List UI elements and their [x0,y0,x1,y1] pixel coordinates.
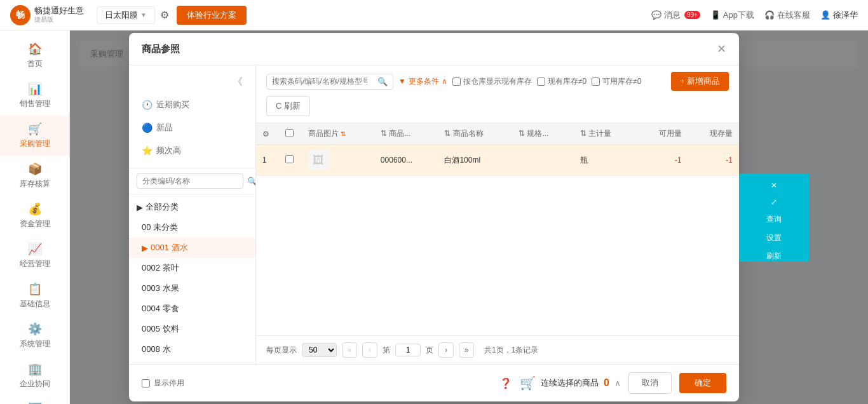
last-page-button[interactable]: » [459,342,474,358]
show-disabled-checkbox[interactable]: 显示停用 [142,378,184,389]
col-name[interactable]: ⇅ 商品名称 [438,123,512,145]
sidebar-item-inventory[interactable]: 📦 库存核算 [0,156,69,196]
category-item-0001[interactable]: ▶ 0001 酒水 [129,238,255,258]
row-checkbox[interactable] [285,155,294,163]
checkbox-stock-not-zero[interactable]: 现有库存≠0 [537,76,587,87]
checkbox-available-not-zero[interactable]: 可用库存≠0 [592,76,641,87]
category-item-00[interactable]: 00 未分类 [129,217,255,238]
nav-message[interactable]: 💬 消息 99+ [651,10,700,21]
sidebar-item-operations[interactable]: 📈 经营管理 [0,236,69,276]
category-item-0003[interactable]: 0003 水果 [129,278,255,299]
page-unit-label: 页 [426,345,433,356]
category-label-0001: 0001 酒水 [151,242,188,253]
sidebar-item-system[interactable]: ⚙️ 系统管理 [0,316,69,356]
prev-page-button[interactable]: ‹ [362,342,377,358]
cancel-button[interactable]: 取消 [628,372,672,394]
top-nav: 畅 畅捷通好生意 捷易版 日太阳膜 ▼ ⚙ 体验行业方案 💬 消息 99+ 📱 … [0,0,868,30]
col-stock[interactable]: 现存量 [688,123,739,145]
col-image[interactable]: 商品图片 ⇅ [302,123,374,145]
row-checkbox-cell[interactable] [279,145,302,176]
modal-right-panel: 🔍 ▼ 更多条件 ∧ 按仓库显示现有库存 [256,65,739,364]
quick-label-new: 新品 [156,122,173,133]
col-code[interactable]: ⇅ 商品... [374,123,438,145]
category-item-0005[interactable]: 0005 饮料 [129,319,255,339]
category-label-00: 00 未分类 [142,222,178,233]
product-search-icon[interactable]: 🔍 [372,74,393,89]
sidebar-label-operations: 经营管理 [20,259,50,269]
more-filter-button[interactable]: ▼ 更多条件 ∧ [398,76,447,87]
store-selector[interactable]: 日太阳膜 ▼ [97,6,155,24]
nav-user[interactable]: 👤 徐泽华 [820,10,858,21]
category-search-input[interactable] [137,173,243,189]
product-table: ⚙ 商品图片 ⇅ [256,123,739,335]
panel-close-button[interactable]: ✕ [771,181,777,190]
category-item-0004[interactable]: 0004 零食 [129,299,255,319]
quick-item-new[interactable]: 🔵 新品 [137,118,248,137]
col-unit[interactable]: ⇅ 主计量 [574,123,637,145]
image-placeholder-icon: 🖼 [313,154,324,167]
logo-sub: 捷易版 [34,15,84,24]
panel-refresh-button[interactable]: 刷新 [766,251,782,262]
sidebar-label-system: 系统管理 [20,339,50,349]
quick-item-frequent[interactable]: ⭐ 频次高 [137,141,248,160]
panel-expand-button[interactable]: ⤢ [771,198,777,206]
page-size-select[interactable]: 50 10 20 100 [302,343,337,357]
inventory-icon: 📦 [28,162,42,176]
category-search-icon[interactable]: 🔍 [247,177,256,186]
sidebar-item-home[interactable]: 🏠 首页 [0,36,69,76]
first-page-button[interactable]: « [342,342,357,358]
logo-icon: 畅 [10,5,31,25]
new-icon: 🔵 [142,123,153,133]
add-product-button[interactable]: + 新增商品 [671,72,729,91]
message-icon: 💬 [651,10,661,20]
sidebar-item-basics[interactable]: 📋 基础信息 [0,276,69,316]
category-item-0010[interactable]: 0010 家电 [129,360,255,364]
pagination-area: 每页显示 50 10 20 100 « ‹ 第 页 [256,335,739,364]
home-icon: 🏠 [28,42,42,56]
settings-icon[interactable]: ⚙ [160,9,169,21]
category-arrow-0001: ▶ [142,243,148,253]
row-stock-cell: -1 [688,145,739,176]
purchase-icon: 🛒 [28,122,42,136]
category-item-all[interactable]: ▶ 全部分类 [129,197,255,217]
sidebar-item-sales[interactable]: 📊 销售管理 [0,76,69,116]
col-spec[interactable]: ⇅ 规格... [512,123,574,145]
cart-icon[interactable]: 🛒 [520,375,536,391]
cart-text: 连续选择的商品 [541,377,599,389]
category-item-0002[interactable]: 0002 茶叶 [129,258,255,278]
checkbox-by-warehouse[interactable]: 按仓库显示现有库存 [452,76,532,87]
sidebar-item-guide[interactable]: 🆕 新手引导 [0,396,69,404]
help-icon[interactable]: ❓ [499,377,512,389]
ok-button[interactable]: 确定 [679,373,726,393]
next-page-button[interactable]: › [438,342,454,358]
col-available[interactable]: 可用量 [637,123,688,145]
sidebar-item-purchase[interactable]: 🛒 采购管理 [0,116,69,156]
app-icon: 📱 [710,10,721,20]
experience-button[interactable]: 体验行业方案 [177,6,247,25]
col-checkbox[interactable] [279,123,302,145]
image-sort-icon: ⇅ [341,130,346,137]
modal-overlay: 商品参照 ✕ 《 🕐 近期购买 [70,30,868,404]
panel-settings-button[interactable]: 设置 [766,232,782,243]
nav-app-download[interactable]: 📱 App下载 [710,10,754,21]
panel-query-button[interactable]: 查询 [766,214,782,225]
headset-icon: 🎧 [764,10,775,20]
page-size-label: 每页显示 [266,345,297,356]
collapse-button[interactable]: 《 [227,73,248,91]
sidebar-item-finance[interactable]: 💰 资金管理 [0,196,69,236]
page-number-input[interactable] [395,344,421,356]
col-settings[interactable]: ⚙ [256,123,279,145]
product-search-input[interactable] [267,74,372,88]
sidebar-item-enterprise[interactable]: 🏢 企业协同 [0,356,69,396]
modal-close-button[interactable]: ✕ [717,42,726,56]
cart-toggle-icon[interactable]: ∧ [614,378,621,388]
table-row[interactable]: 1 🖼 [256,145,739,176]
enterprise-icon: 🏢 [28,362,42,376]
category-item-0008[interactable]: 0008 水 [129,339,255,360]
quick-item-recent[interactable]: 🕐 近期购买 [137,95,248,114]
settings-col-icon: ⚙ [262,130,269,138]
nav-support[interactable]: 🎧 在线客服 [764,10,810,21]
filter-arrow-icon: ∧ [442,77,447,86]
select-all-checkbox[interactable] [285,129,294,137]
refresh-button[interactable]: C 刷新 [266,96,310,116]
